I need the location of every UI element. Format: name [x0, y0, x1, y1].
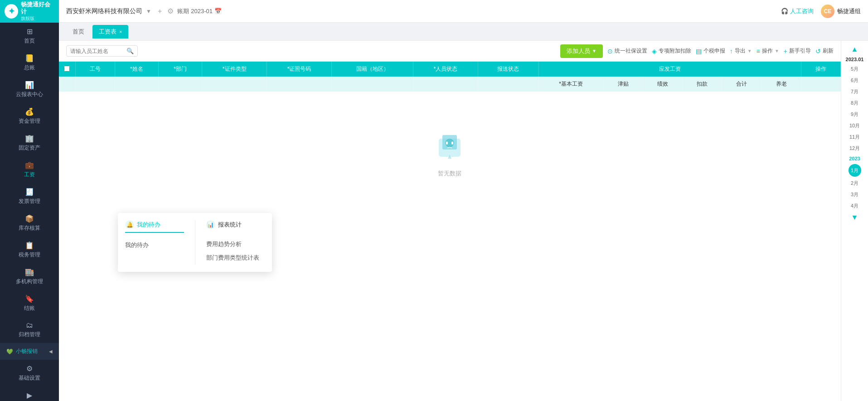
settle-icon: 🔖: [25, 295, 34, 303]
search-box: 🔍: [66, 45, 138, 57]
sidebar-label-payroll: 工资: [24, 171, 35, 179]
tax-report-btn[interactable]: ▤ 个税申报: [696, 47, 725, 55]
main-area: 西安虾米网络科技有限公司 ▼ + ⚙ 账期 2023-01 📅 🎧 人工咨询 C…: [59, 0, 868, 401]
subheader-total: 合计: [722, 77, 761, 92]
sidebar-item-archive[interactable]: 🗂 归档管理: [0, 317, 59, 343]
timeline-year-2023: 2023: [849, 154, 860, 163]
sidebar-item-cloud-report[interactable]: 📊 云报表中心: [0, 76, 59, 103]
timeline-month-7[interactable]: 7月: [841, 86, 868, 97]
user-menu[interactable]: CE 畅捷通组: [821, 5, 861, 18]
subheader-allowance: 津贴: [603, 77, 643, 92]
tab-close-icon[interactable]: ×: [119, 29, 122, 34]
col-checkbox[interactable]: [59, 62, 75, 77]
add-person-button[interactable]: 添加人员 ▼: [560, 44, 603, 58]
sidebar-item-payroll[interactable]: 💼 工资: [0, 156, 59, 183]
sidebar-item-multi-org[interactable]: 🏬 多机构管理: [0, 263, 59, 290]
svg-rect-3: [446, 141, 448, 144]
fund-icon: 💰: [25, 107, 34, 116]
sidebar-item-tax[interactable]: 📋 税务管理: [0, 237, 59, 263]
add-person-label: 添加人员: [567, 47, 590, 55]
period-value: 2023-01: [191, 8, 213, 14]
sidebar-item-home[interactable]: ⊞ 首页: [0, 23, 59, 49]
subheader-number: [75, 77, 115, 92]
subheader-name: [115, 77, 158, 92]
sidebar-label-xiaochang: 小畅报销: [16, 348, 38, 355]
export-btn[interactable]: ↑ 导出 ▼: [730, 47, 752, 55]
avatar: CE: [821, 5, 834, 18]
popup-item-dept-cost[interactable]: 部门费用类型统计表: [206, 251, 265, 265]
fixed-assets-icon: 🏢: [25, 134, 34, 143]
sidebar-item-basic[interactable]: ⚙ 基础设置: [0, 360, 59, 387]
inventory-icon: 📦: [25, 214, 34, 223]
content-area: 🔍 添加人员 ▼ ⊙ 统一社保设置 ◈ 专项附加扣除: [59, 41, 868, 401]
popup-section-title-todo[interactable]: 🔔 我的待办: [125, 220, 184, 233]
special-deduction-btn[interactable]: ◈ 专项附加扣除: [652, 47, 691, 55]
sidebar-label-home: 首页: [24, 37, 35, 45]
svg-rect-4: [451, 141, 453, 144]
calendar-icon[interactable]: 📅: [214, 8, 222, 14]
social-security-btn[interactable]: ⊙ 统一社保设置: [607, 47, 647, 55]
sidebar-label-archive: 归档管理: [19, 331, 40, 338]
add-company-icon[interactable]: +: [158, 7, 162, 15]
sidebar-item-ledger[interactable]: 📒 总账: [0, 49, 59, 76]
subheader-deduction: 扣款: [682, 77, 722, 92]
special-deduction-label: 专项附加扣除: [659, 47, 691, 55]
export-label: 导出: [735, 47, 746, 55]
subheader-id-type: [202, 77, 267, 92]
sidebar-label-basic: 基础设置: [19, 374, 40, 382]
popup-item-cost-trend[interactable]: 费用趋势分析: [206, 237, 265, 251]
timeline-month-2[interactable]: 2月: [841, 178, 868, 189]
settings-icon[interactable]: ⚙: [167, 7, 174, 15]
sidebar-item-invoice[interactable]: 🧾 发票管理: [0, 183, 59, 210]
sidebar-item-guide[interactable]: ▶ 新手引导: [0, 387, 59, 401]
operation-btn[interactable]: ≡ 操作 ▼: [756, 47, 779, 55]
timeline-month-8[interactable]: 8月: [841, 97, 868, 109]
tab-payroll-label: 工资表: [99, 28, 116, 36]
company-dropdown-icon[interactable]: ▼: [146, 8, 151, 14]
sidebar-label-fund: 资金管理: [19, 117, 40, 125]
timeline-month-6[interactable]: 6月: [841, 75, 868, 86]
logo-icon: ✦: [5, 4, 18, 19]
sidebar-item-fund[interactable]: 💰 资金管理: [0, 103, 59, 130]
refresh-btn[interactable]: ↺ 刷新: [815, 47, 834, 55]
subheader-id-no: [267, 77, 332, 92]
popup-title-todo: 我的待办: [137, 221, 160, 229]
archive-icon: 🗂: [26, 321, 33, 329]
logo-text-group: 畅捷通好会计 旗舰版: [21, 1, 54, 21]
timeline-nav-up[interactable]: ▲: [851, 43, 858, 55]
sidebar-item-settle[interactable]: 🔖 结账: [0, 290, 59, 317]
timeline-month-1-active[interactable]: 1月: [849, 164, 861, 177]
social-security-icon: ⊙: [607, 48, 613, 55]
timeline-month-9[interactable]: 9月: [841, 109, 868, 120]
timeline-month-5[interactable]: 5月: [841, 63, 868, 75]
service-button[interactable]: 🎧 人工咨询: [781, 7, 814, 15]
timeline-month-11[interactable]: 11月: [841, 131, 868, 143]
popup-item-mytodo[interactable]: 我的待办: [125, 238, 184, 252]
special-deduction-icon: ◈: [652, 48, 657, 55]
popup-section-title-report[interactable]: 📊 报表统计: [206, 220, 265, 232]
guide-btn[interactable]: + 新手引导: [784, 47, 811, 55]
subheader-action: [801, 77, 840, 92]
subheader-checkbox: [59, 77, 75, 92]
timeline-month-10[interactable]: 10月: [841, 120, 868, 131]
refresh-icon: ↺: [815, 48, 821, 55]
add-dropdown-icon: ▼: [592, 48, 596, 53]
timeline-month-12[interactable]: 12月: [841, 143, 868, 154]
search-input[interactable]: [70, 48, 125, 54]
sidebar-item-xiaochang[interactable]: 💚 小畅报销 ◀: [0, 343, 59, 360]
search-icon: 🔍: [126, 48, 134, 54]
tab-payroll[interactable]: 工资表 ×: [92, 25, 128, 39]
toolbar: 🔍 添加人员 ▼ ⊙ 统一社保设置 ◈ 专项附加扣除: [59, 41, 841, 62]
tab-home[interactable]: 首页: [66, 25, 91, 39]
popup-section-todo: 🔔 我的待办 我的待办: [125, 220, 184, 265]
col-name: *姓名: [115, 62, 158, 77]
timeline-nav-down[interactable]: ▼: [851, 212, 858, 223]
sidebar-item-fixed-assets[interactable]: 🏢 固定资产: [0, 130, 59, 156]
sidebar-label-multi-org: 多机构管理: [16, 278, 43, 285]
avatar-initials: CE: [824, 8, 832, 14]
sidebar-item-inventory[interactable]: 📦 库存核算: [0, 210, 59, 237]
select-all-checkbox[interactable]: [64, 66, 70, 72]
timeline-month-3[interactable]: 3月: [841, 189, 868, 200]
xiaochang-arrow: ◀: [49, 349, 53, 354]
timeline-month-4[interactable]: 4月: [841, 200, 868, 212]
